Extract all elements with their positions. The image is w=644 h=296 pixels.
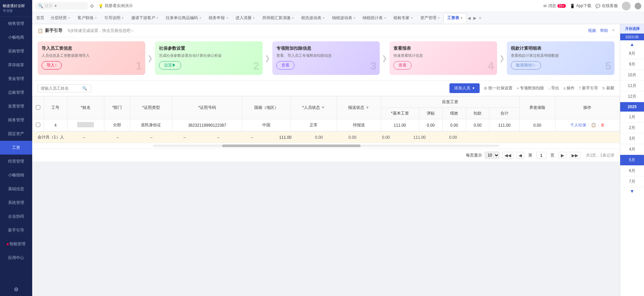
sidebar-item-inventory[interactable]: 库存核算 [0,58,32,72]
app-download-btn[interactable]: 📱 App下载 [570,3,591,9]
tab-salary-sheet[interactable]: 工资表× [443,13,466,23]
sidebar-item-ecommerce[interactable]: 小畅电商 [0,31,32,44]
close-icon[interactable]: × [323,16,325,20]
guide-action[interactable]: ? 新手引导 [579,85,598,91]
social-settings-action[interactable]: ⚙ 统一社保设置 [484,85,513,91]
tab-income-tax[interactable]: 所得税汇算清缴× [259,13,298,23]
month-year-2025[interactable]: 2025 [620,102,644,112]
demo-link[interactable]: 💡 我要看实例演示 [98,3,133,9]
tab-tax-report[interactable]: 税务申报× [205,13,232,23]
op-delete[interactable]: 🗑 [601,123,605,127]
month-item-11[interactable]: 11月 [620,81,644,91]
employee-search-box[interactable]: 🔍 [38,84,91,92]
online-service-btn[interactable]: 💬 在线客服 [595,3,618,9]
sidebar-item-basic[interactable]: 基础信息 [0,182,32,196]
close-icon[interactable]: × [461,16,463,20]
tab-tax-dynamic[interactable]: 纳税波动表× [328,13,359,23]
close-icon[interactable]: × [122,16,124,20]
tab-nav-left[interactable]: ◀ [466,16,472,20]
sidebar-item-sales[interactable]: 销售管理 [0,17,32,31]
tab-layered-ops[interactable]: 分层经营× [47,13,74,23]
user-avatar-2[interactable] [635,3,641,9]
refresh-action[interactable]: ↻ 刷新 [602,85,614,91]
sidebar-item-purchase[interactable]: 采购管理 [0,44,32,58]
month-item-2[interactable]: 2月 [620,123,644,133]
select-all-checkbox[interactable] [36,105,40,110]
step-5-btn[interactable]: 敬请期待▷ [511,61,541,70]
month-nav-up[interactable]: ▲ [620,40,644,48]
sidebar-item-assets[interactable]: 固定资产 [0,127,32,141]
sidebar-item-system[interactable]: 系统管理 [0,196,32,210]
sidebar-item-expense[interactable]: 小畅报销 [0,168,32,182]
month-item-5[interactable]: 5月 [620,155,644,166]
sidebar-item-ledger[interactable]: 总账管理 [0,86,32,99]
row-checkbox[interactable] [36,123,40,127]
close-icon[interactable]: × [384,16,386,20]
close-icon[interactable]: × [292,16,294,20]
operations-action[interactable]: ≡ 操作 [563,85,575,91]
op-copy[interactable]: 📋 [591,123,596,127]
filter-icon-2[interactable]: ▼ [365,105,369,110]
fake-scrollbar[interactable] [153,144,499,147]
message-badge[interactable]: ✉ 消息 99+ [543,3,566,9]
sidebar-item-invoice[interactable]: 发票管理 [0,99,32,113]
export-action[interactable]: ↓ 导出 [548,85,559,91]
month-item-7[interactable]: 7月 [620,176,644,187]
month-item-8[interactable]: 8月 [620,48,644,59]
prev-page-btn[interactable]: ◀ [516,152,524,159]
settings-gear-icon[interactable]: ⚙ [90,3,94,9]
tab-clearance[interactable]: 进入清册× [232,13,259,23]
month-item-3[interactable]: 3月 [620,133,644,144]
page-input[interactable] [536,152,546,159]
op-social-insurance[interactable]: 个人社保 [570,123,586,127]
sidebar-item-tax[interactable]: 税务管理 [0,113,32,127]
user-avatar[interactable] [622,2,631,10]
sidebar-item-apps[interactable]: 应用中心 [0,251,32,265]
month-item-6[interactable]: 6月 [620,166,644,176]
tab-nav-right[interactable]: ▶ [472,16,478,20]
sidebar-item-collab[interactable]: 企业协同 [0,210,32,223]
special-deduct-action[interactable]: + 专项附加扣除 [517,85,544,91]
next-page-btn[interactable]: ▶ [558,152,567,159]
guide-video-link[interactable]: 视频 [588,28,596,34]
filter-icon[interactable]: ▼ [321,105,325,110]
close-icon[interactable]: × [68,16,70,20]
step-2-btn[interactable]: 设置▶ [159,61,181,70]
sidebar-item-salary[interactable]: 工资 [0,141,32,155]
close-icon[interactable]: × [253,16,255,20]
sidebar-item-operations[interactable]: 经营管理 [0,155,32,168]
month-item-9[interactable]: 9月 [620,59,644,70]
step-4-btn[interactable]: 查看 [393,61,412,70]
sidebar-item-ai[interactable]: 智能管理 [0,237,32,251]
tab-close-all[interactable]: × [478,16,483,20]
tab-guide-desc[interactable]: 引导说明× [101,13,127,23]
month-nav-down[interactable]: ▼ [620,187,644,195]
employee-search-input[interactable] [41,86,81,91]
tab-invite-customer[interactable]: 邀请下游客户× [127,13,162,23]
tab-customer-contact[interactable]: 客户联络× [74,13,101,23]
month-item-1[interactable]: 1月 [620,112,644,123]
tab-unit-product-code[interactable]: 往来单位商品编码× [162,13,205,23]
sidebar-item-guide[interactable]: 新手引导 [0,223,32,237]
guide-close-icon[interactable]: × [612,28,614,34]
close-icon[interactable]: × [95,16,97,20]
first-page-btn[interactable]: ◀◀ [502,152,514,159]
month-year-display[interactable]: 2023.05 [620,34,644,40]
tab-home[interactable]: 首页 [34,15,47,21]
close-icon[interactable]: × [226,16,228,20]
month-item-4[interactable]: 4月 [620,144,644,155]
tab-tax-stat[interactable]: 纳税统计表× [359,13,390,23]
settings-icon[interactable]: ⚙ [3,286,30,293]
month-item-10[interactable]: 10月 [620,70,644,81]
page-size-select[interactable]: 10 20 50 [485,152,499,159]
close-icon[interactable]: × [199,16,201,20]
close-icon[interactable]: × [157,16,159,20]
step-1-btn[interactable]: 导入↑ [42,61,62,70]
close-icon[interactable]: × [354,16,356,20]
guide-help-link[interactable]: 帮助 [600,28,608,34]
step-3-btn[interactable]: 查看 [276,61,294,70]
topbar-search[interactable]: 🔍 搜索 ▼ [35,2,89,10]
last-page-btn[interactable]: ▶▶ [569,152,581,159]
tab-tax-expert[interactable]: 税检专家× [390,13,417,23]
sidebar-item-finance[interactable]: 资金管理 [0,72,32,86]
